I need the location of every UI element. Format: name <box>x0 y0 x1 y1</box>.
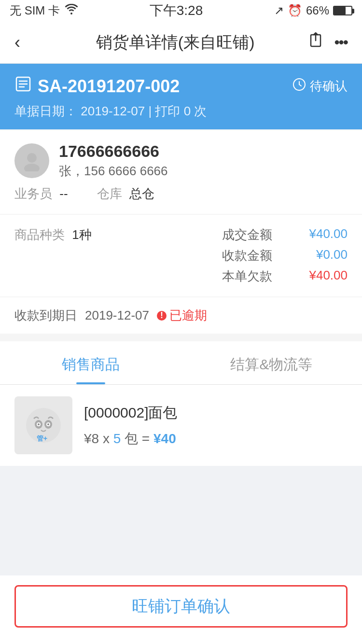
battery-percent: 66% <box>306 4 329 17</box>
status-right: ↗ ⏰ 66% <box>274 4 352 17</box>
order-date: 单据日期： 2019-12-07 | 打印 0 次 <box>14 103 348 120</box>
warehouse-meta: 仓库 总仓 <box>97 185 154 202</box>
tab-settlement[interactable]: 结算&物流等 <box>181 341 362 384</box>
product-name: [0000002]面包 <box>84 403 348 423</box>
product-info: [0000002]面包 ¥8 x 5 包 = ¥40 <box>84 403 348 448</box>
received-row: 收款金额 ¥0.00 <box>222 247 348 264</box>
customer-section: 17666666666 张，156 6666 6666 业务员 -- 仓库 总仓 <box>0 130 362 214</box>
more-icon[interactable]: ••• <box>334 33 348 51</box>
stats-right: 成交金额 ¥40.00 收款金额 ¥0.00 本单欠款 ¥40.00 <box>222 226 348 285</box>
confirm-order-button[interactable]: 旺铺订单确认 <box>14 585 348 628</box>
order-icon <box>14 75 32 97</box>
svg-point-10 <box>38 423 40 425</box>
order-header-banner: SA-20191207-002 待确认 单据日期： 2019-12-07 | 打… <box>0 64 362 129</box>
customer-sub-info: 张，156 6666 6666 <box>59 163 168 180</box>
due-section: 收款到期日 2019-12-07 ! 已逾期 <box>0 297 362 334</box>
product-thumbnail: 管+ <box>14 396 72 454</box>
due-label: 收款到期日 <box>14 307 77 324</box>
tabs-row: 销售商品 结算&物流等 <box>0 341 362 385</box>
product-item: 管+ [0000002]面包 ¥8 x 5 包 = ¥40 <box>0 385 362 466</box>
avatar <box>14 143 49 178</box>
product-type-stat: 商品种类 1种 <box>14 226 222 243</box>
svg-text:管+: 管+ <box>37 434 47 442</box>
svg-point-3 <box>27 153 37 163</box>
status-time: 下午3:28 <box>150 1 203 20</box>
status-left: 无 SIM 卡 <box>10 3 78 18</box>
alarm-icon: ⏰ <box>288 4 302 17</box>
status-bar: 无 SIM 卡 下午3:28 ↗ ⏰ 66% <box>0 0 362 21</box>
customer-phone: 17666666666 <box>59 142 168 161</box>
amount-row: 成交金额 ¥40.00 <box>222 226 348 243</box>
sales-meta: 业务员 -- <box>14 185 68 202</box>
bottom-button-area: 旺铺订单确认 <box>0 575 362 644</box>
tab-sales-products[interactable]: 销售商品 <box>0 341 181 384</box>
stats-section: 商品种类 1种 成交金额 ¥40.00 收款金额 ¥0.00 本单欠款 ¥40.… <box>0 215 362 296</box>
location-icon: ↗ <box>274 4 284 17</box>
battery-icon <box>333 6 352 15</box>
overdue-icon: ! <box>157 311 167 321</box>
nav-bar: ‹ 销货单详情(来自旺铺) ••• <box>0 21 362 64</box>
svg-point-4 <box>24 164 40 171</box>
order-id: SA-20191207-002 <box>14 75 180 97</box>
no-sim-label: 无 SIM 卡 <box>10 3 60 18</box>
customer-meta: 业务员 -- 仓库 总仓 <box>14 185 348 202</box>
product-price: ¥8 x 5 包 = ¥40 <box>84 430 348 448</box>
svg-point-11 <box>47 423 49 425</box>
clock-icon <box>292 78 306 95</box>
back-button[interactable]: ‹ <box>14 32 43 53</box>
tabs-section: 销售商品 结算&物流等 管+ [0000002]面包 ¥8 <box>0 341 362 466</box>
nav-actions: ••• <box>307 32 348 53</box>
wifi-icon <box>65 4 78 17</box>
order-status: 待确认 <box>292 78 348 95</box>
share-icon[interactable] <box>307 32 324 53</box>
overdue-badge: ! 已逾期 <box>157 307 207 324</box>
page-title: 销货单详情(来自旺铺) <box>96 31 255 54</box>
debt-row: 本单欠款 ¥40.00 <box>222 268 348 285</box>
due-date: 2019-12-07 <box>85 308 149 323</box>
